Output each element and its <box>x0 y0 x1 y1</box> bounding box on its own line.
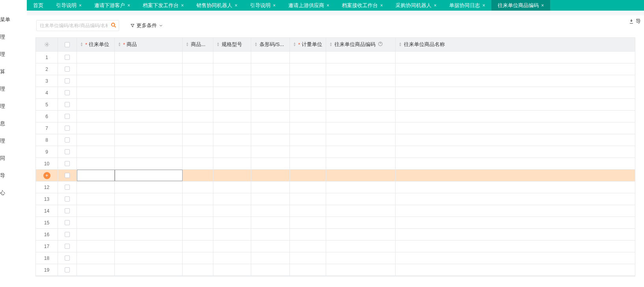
tab[interactable]: 单据协同日志× <box>443 0 491 11</box>
cell-unit <box>290 122 326 134</box>
close-icon[interactable]: × <box>434 3 437 8</box>
row-index-cell: 6 <box>36 111 58 122</box>
cell-partname <box>396 75 635 87</box>
row-checkbox[interactable] <box>65 137 70 143</box>
cell-barcode <box>251 122 290 134</box>
sort-icon[interactable]: ▲▼ <box>118 42 121 47</box>
cell-prodname <box>183 99 213 110</box>
close-icon[interactable]: × <box>235 3 237 8</box>
column-header-product[interactable]: ▲▼*商品 <box>115 38 183 51</box>
cell-prodname <box>183 158 213 169</box>
row-checkbox-cell <box>58 217 77 228</box>
sidebar-item[interactable]: 导 <box>0 167 12 184</box>
row-checkbox[interactable] <box>65 102 70 107</box>
row-checkbox[interactable] <box>65 208 70 213</box>
row-checkbox[interactable] <box>65 173 70 178</box>
close-icon[interactable]: × <box>482 3 485 8</box>
cell-product[interactable] <box>115 170 183 181</box>
sidebar-item[interactable]: 算 <box>0 63 12 80</box>
tab[interactable]: 邀请下游客户× <box>88 0 136 11</box>
close-icon[interactable]: × <box>380 3 383 8</box>
filter-row: 更多条件 <box>27 20 644 37</box>
tab[interactable]: 首页 <box>27 0 50 11</box>
column-header-partcode[interactable]: ▲▼往来单位商品编码 <box>326 38 396 51</box>
row-checkbox[interactable] <box>65 67 70 72</box>
row-checkbox[interactable] <box>65 114 70 119</box>
sidebar-item[interactable]: 菜单 <box>0 11 12 28</box>
tab[interactable]: 销售协同机器人× <box>190 0 244 11</box>
column-header-partner[interactable]: ▲▼*往来单位 <box>77 38 115 51</box>
column-checkbox-header[interactable] <box>58 38 77 51</box>
sidebar-item[interactable]: 理 <box>0 80 12 98</box>
tab[interactable]: 往来单位商品编码× <box>491 0 550 11</box>
sidebar-item[interactable]: 理 <box>0 98 12 115</box>
row-checkbox[interactable] <box>65 126 70 131</box>
column-header-barcode[interactable]: ▲▼条形码/S... <box>251 38 290 51</box>
sidebar-item[interactable]: 理 <box>0 132 12 150</box>
row-checkbox[interactable] <box>65 256 70 261</box>
cell-spec <box>213 252 251 264</box>
close-icon[interactable]: × <box>181 3 184 8</box>
row-checkbox[interactable] <box>65 232 70 237</box>
close-icon[interactable]: × <box>127 3 130 8</box>
cell-prodname <box>183 252 213 264</box>
column-header-partname[interactable]: ▲▼往来单位商品名称 <box>396 38 635 51</box>
search-input[interactable] <box>36 20 119 31</box>
row-checkbox[interactable] <box>65 161 70 166</box>
row-checkbox[interactable] <box>65 244 70 249</box>
row-checkbox[interactable] <box>65 55 70 60</box>
sort-icon[interactable]: ▲▼ <box>80 42 83 47</box>
sort-icon[interactable]: ▲▼ <box>217 42 220 47</box>
row-checkbox[interactable] <box>65 185 70 190</box>
help-icon[interactable] <box>377 41 383 48</box>
row-checkbox[interactable] <box>65 267 70 272</box>
cell-partner[interactable] <box>77 170 115 181</box>
content-inner: 更多条件 导 ▲▼*往来单位▲▼*商品▲▼商品...▲▼规格型号▲▼条形码/S.… <box>27 15 644 287</box>
sort-icon[interactable]: ▲▼ <box>186 42 189 47</box>
cell-spec <box>213 122 251 134</box>
cell-unit <box>290 87 326 98</box>
close-icon[interactable]: × <box>327 3 329 8</box>
sidebar-item[interactable]: 心 <box>0 184 12 202</box>
column-header-unit[interactable]: ▲▼*计量单位 <box>290 38 326 51</box>
search-wrap <box>36 20 119 31</box>
checkbox-all[interactable] <box>65 42 70 47</box>
close-icon[interactable]: × <box>79 3 82 8</box>
row-checkbox[interactable] <box>65 149 70 154</box>
cell-barcode <box>251 181 290 193</box>
row-checkbox[interactable] <box>65 90 70 95</box>
column-header-spec[interactable]: ▲▼规格型号 <box>213 38 251 51</box>
column-settings[interactable] <box>36 38 58 51</box>
tab-label: 档案接收工作台 <box>342 2 378 9</box>
tab[interactable]: 引导说明× <box>244 0 282 11</box>
sidebar-item[interactable]: 理 <box>0 46 12 63</box>
more-conditions[interactable]: 更多条件 <box>130 22 163 29</box>
sidebar-item[interactable]: 同 <box>0 150 12 167</box>
add-row-button[interactable]: + <box>43 172 50 179</box>
row-checkbox[interactable] <box>65 220 70 225</box>
row-checkbox[interactable] <box>65 78 70 83</box>
sort-icon[interactable]: ▲▼ <box>293 42 296 47</box>
cell-partname <box>396 170 635 181</box>
sidebar-item[interactable] <box>0 202 12 219</box>
tab[interactable]: 邀请上游供应商× <box>282 0 336 11</box>
tab[interactable]: 档案下发工作台× <box>136 0 190 11</box>
column-header-prodname[interactable]: ▲▼商品... <box>183 38 213 51</box>
cell-unit <box>290 52 326 63</box>
cell-partname <box>396 111 635 122</box>
sort-icon[interactable]: ▲▼ <box>399 42 402 47</box>
sort-icon[interactable]: ▲▼ <box>254 42 258 47</box>
tab[interactable]: 引导说明× <box>50 0 88 11</box>
sort-icon[interactable]: ▲▼ <box>329 42 332 47</box>
export-button[interactable]: 导 <box>625 15 644 27</box>
row-checkbox-cell <box>58 252 77 264</box>
sidebar-item[interactable]: 息 <box>0 115 12 132</box>
tab[interactable]: 采购协同机器人× <box>389 0 443 11</box>
search-icon[interactable] <box>110 22 117 28</box>
tab[interactable]: 档案接收工作台× <box>336 0 389 11</box>
sidebar-item[interactable]: 理 <box>0 28 12 46</box>
close-icon[interactable]: × <box>541 3 544 8</box>
close-icon[interactable]: × <box>273 3 276 8</box>
row-checkbox[interactable] <box>65 196 70 202</box>
tab-label: 档案下发工作台 <box>143 2 179 9</box>
